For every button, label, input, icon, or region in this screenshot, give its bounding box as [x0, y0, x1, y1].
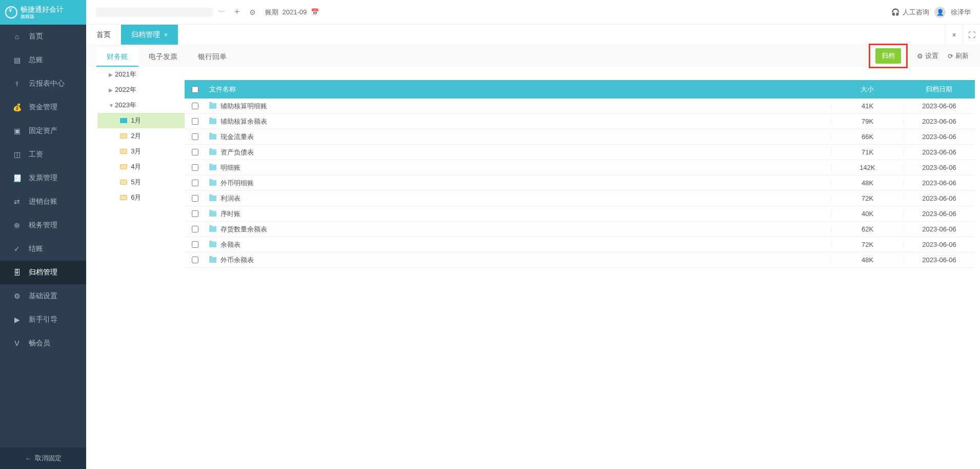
file-size: 71K	[831, 148, 903, 156]
tab-archive[interactable]: 归档管理×	[121, 25, 178, 45]
sidebar-item-fund[interactable]: 💰资金管理	[0, 95, 86, 119]
tree-year-2023[interactable]: ▼2023年	[97, 97, 185, 113]
file-size: 48K	[831, 179, 903, 187]
tree-month-3[interactable]: 3月	[97, 144, 185, 159]
file-table: 文件名称 大小 归档日期 辅助核算明细账41K2023-06-06辅助核算余额表…	[185, 80, 975, 268]
period-value[interactable]: 2021-09	[283, 8, 307, 16]
table-row[interactable]: 明细账142K2023-06-06	[185, 160, 975, 175]
row-checkbox[interactable]	[192, 103, 198, 109]
sidebar-item-salary[interactable]: ◫工资	[0, 143, 86, 166]
row-checkbox[interactable]	[192, 180, 198, 186]
member-icon: V	[12, 339, 22, 348]
settings-link[interactable]: ⚙设置	[917, 51, 938, 61]
file-name: 明细账	[221, 163, 241, 172]
home-icon: ⌂	[12, 32, 22, 41]
row-checkbox[interactable]	[192, 241, 198, 248]
sidebar-item-guide[interactable]: ▶新手引导	[0, 308, 86, 331]
refresh-icon: ⟳	[948, 52, 953, 60]
row-checkbox[interactable]	[192, 149, 198, 155]
file-date: 2023-06-06	[903, 241, 975, 248]
tree-year-2022[interactable]: ▶2022年	[97, 82, 185, 97]
table-row[interactable]: 外币余额表48K2023-06-06	[185, 252, 975, 268]
file-date: 2023-06-06	[903, 194, 975, 202]
sidebar-item-ledger[interactable]: ▤总账	[0, 48, 86, 72]
file-size: 72K	[831, 241, 903, 248]
sidebar-item-invoice[interactable]: 🧾发票管理	[0, 166, 86, 190]
chevron-down-icon[interactable]: ﹀	[218, 8, 225, 17]
row-checkbox[interactable]	[192, 210, 198, 217]
brand-logo[interactable]: 畅捷通好会计 旗舰版	[0, 0, 86, 25]
tree-year-2021[interactable]: ▶2021年	[97, 67, 185, 82]
table-row[interactable]: 利润表72K2023-06-06	[185, 191, 975, 206]
sidebar-item-member[interactable]: V畅会员	[0, 331, 86, 355]
brand-name: 畅捷通好会计	[21, 5, 64, 14]
row-checkbox[interactable]	[192, 133, 198, 140]
folder-icon	[209, 242, 216, 247]
fullscreen-button[interactable]: ⛶	[963, 25, 980, 45]
subtab-bankreceipt[interactable]: 银行回单	[188, 47, 237, 67]
refresh-link[interactable]: ⟳刷新	[948, 51, 969, 61]
username[interactable]: 徐泽华	[951, 8, 971, 17]
folder-icon	[209, 180, 216, 186]
file-date: 2023-06-06	[903, 133, 975, 141]
subtab-finance[interactable]: 财务账	[96, 47, 138, 67]
sidebar-unpin[interactable]: ←取消固定	[0, 447, 86, 469]
caret-down-icon: ▼	[109, 103, 115, 108]
sidebar-item-basic[interactable]: ⚙基础设置	[0, 284, 86, 308]
table-row[interactable]: 资产负债表71K2023-06-06	[185, 145, 975, 160]
file-size: 62K	[831, 225, 903, 233]
settings-icon[interactable]: ⚙	[249, 8, 256, 16]
subtab-einvoice[interactable]: 电子发票	[138, 47, 188, 67]
tree-month-6[interactable]: 6月	[97, 190, 185, 205]
file-size: 72K	[831, 194, 903, 202]
archive-button[interactable]: 归档	[875, 48, 901, 64]
table-row[interactable]: 序时账40K2023-06-06	[185, 206, 975, 222]
tab-home[interactable]: 首页	[86, 25, 121, 45]
row-checkbox[interactable]	[192, 164, 198, 171]
sidebar-item-report[interactable]: ⫯云报表中心	[0, 72, 86, 95]
table-row[interactable]: 存货数量余额表62K2023-06-06	[185, 222, 975, 237]
tree-month-2[interactable]: 2月	[97, 128, 185, 144]
consult-link[interactable]: 🎧人工咨询	[891, 8, 929, 17]
tab-close-button[interactable]: ×	[945, 25, 963, 45]
calendar-icon[interactable]: 📅	[311, 8, 319, 16]
sidebar-item-tax[interactable]: ⊛税务管理	[0, 213, 86, 237]
company-selector-blurred[interactable]	[95, 8, 213, 17]
row-checkbox[interactable]	[192, 226, 198, 232]
select-all-checkbox[interactable]	[192, 86, 198, 93]
row-checkbox[interactable]	[192, 257, 198, 263]
folder-icon	[120, 180, 127, 185]
tree-month-1[interactable]: 1月	[97, 113, 185, 128]
year-tree: ▶2021年 ▶2022年 ▼2023年 1月 2月 3月 4月 5月 6月	[97, 67, 185, 205]
file-name: 利润表	[221, 194, 241, 203]
table-row[interactable]: 现金流量表66K2023-06-06	[185, 129, 975, 145]
avatar[interactable]: 👤	[934, 7, 946, 18]
table-row[interactable]: 辅助核算明细账41K2023-06-06	[185, 99, 975, 114]
tree-month-4[interactable]: 4月	[97, 159, 185, 174]
folder-icon	[209, 211, 216, 217]
sidebar-item-close[interactable]: ✓结账	[0, 237, 86, 261]
row-checkbox[interactable]	[192, 118, 198, 125]
table-row[interactable]: 余额表72K2023-06-06	[185, 237, 975, 252]
file-date: 2023-06-06	[903, 148, 975, 156]
sidebar-item-inout[interactable]: ⇄进销台账	[0, 190, 86, 213]
sidebar-item-asset[interactable]: ▣固定资产	[0, 119, 86, 143]
table-row[interactable]: 辅助核算余额表79K2023-06-06	[185, 114, 975, 129]
table-row[interactable]: 外币明细账48K2023-06-06	[185, 175, 975, 191]
brand-icon	[5, 6, 17, 18]
add-button[interactable]: +	[234, 7, 240, 17]
file-size: 66K	[831, 133, 903, 141]
invoice-icon: 🧾	[12, 173, 22, 183]
gear-icon: ⚙	[917, 52, 923, 60]
row-checkbox[interactable]	[192, 195, 198, 202]
play-icon: ▶	[12, 315, 22, 324]
sidebar-item-archive[interactable]: 🗄归档管理	[0, 261, 86, 284]
tree-month-5[interactable]: 5月	[97, 174, 185, 190]
tax-icon: ⊛	[12, 221, 22, 230]
file-name: 存货数量余额表	[221, 225, 267, 234]
folder-icon	[120, 149, 127, 154]
file-name: 外币明细账	[221, 179, 254, 188]
inout-icon: ⇄	[12, 197, 22, 206]
close-icon[interactable]: ×	[164, 31, 168, 38]
sidebar-item-home[interactable]: ⌂首页	[0, 25, 86, 48]
